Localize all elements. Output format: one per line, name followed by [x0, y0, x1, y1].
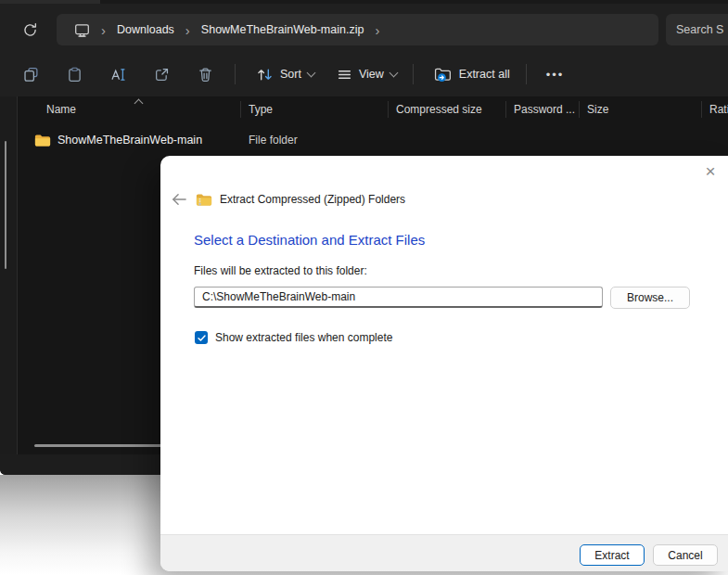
show-files-checkbox[interactable]	[195, 331, 208, 344]
screen: { "icons": { "close": "×", "crumb_chevro…	[0, 0, 728, 575]
toolbar-separator	[413, 64, 414, 84]
column-headers: Name Type Compressed size Password ... S…	[18, 96, 728, 122]
rename-button[interactable]	[104, 60, 133, 89]
breadcrumb-zip-file[interactable]: ShowMeTheBrainWeb-main.zip	[201, 23, 364, 36]
column-label: Compressed size	[396, 103, 482, 116]
share-button[interactable]	[147, 60, 176, 89]
browse-label: Browse...	[627, 291, 673, 304]
column-header-password[interactable]: Password ...	[506, 96, 580, 122]
nav-scrollbar[interactable]	[5, 141, 6, 269]
file-name: ShowMeTheBrainWeb-main	[57, 134, 202, 147]
column-label: Type	[249, 103, 273, 116]
command-bar: Sort View Extract all •••	[0, 52, 728, 96]
extract-label: Extract	[594, 549, 629, 562]
rename-icon	[110, 67, 126, 83]
extract-all-label: Extract all	[459, 68, 510, 81]
navigation-pane-edge	[0, 96, 18, 454]
column-header-compressed-size[interactable]: Compressed size	[389, 96, 506, 122]
column-label: Ratio	[709, 103, 728, 116]
file-type: File folder	[249, 134, 298, 147]
column-label: Password ...	[514, 103, 575, 116]
dialog-title: Extract Compressed (Zipped) Folders	[220, 193, 405, 206]
address-bar-row: › Downloads › ShowMeTheBrainWeb-main.zip…	[0, 4, 728, 52]
search-box[interactable]: Search S	[666, 14, 728, 45]
address-bar[interactable]: › Downloads › ShowMeTheBrainWeb-main.zip…	[57, 14, 658, 45]
delete-button[interactable]	[191, 60, 220, 89]
zipped-folder-icon	[196, 193, 212, 207]
chevron-down-icon	[306, 68, 315, 77]
sort-button[interactable]: Sort	[249, 59, 321, 89]
view-icon	[337, 67, 352, 83]
dialog-header: Extract Compressed (Zipped) Folders	[168, 187, 405, 211]
sort-icon	[256, 67, 274, 83]
breadcrumb-chevron-icon[interactable]: ›	[364, 23, 390, 37]
folder-icon	[34, 134, 51, 147]
view-label: View	[359, 68, 384, 81]
toolbar-separator	[235, 64, 236, 84]
checkmark-icon	[197, 333, 207, 343]
show-files-option: Show extracted files when complete	[195, 331, 392, 344]
extract-all-button[interactable]: Extract all	[428, 59, 517, 89]
copy-button[interactable]	[17, 60, 45, 89]
delete-icon	[198, 67, 213, 83]
destination-path-input[interactable]	[194, 287, 603, 308]
extract-button[interactable]: Extract	[580, 544, 645, 566]
more-options-button[interactable]: •••	[546, 68, 565, 82]
dialog-footer: Extract Cancel	[160, 534, 728, 571]
table-row[interactable]: ShowMeTheBrainWeb-main File folder	[18, 126, 728, 154]
cancel-label: Cancel	[668, 549, 702, 562]
column-header-type[interactable]: Type	[241, 96, 389, 122]
breadcrumb-downloads[interactable]: Downloads	[117, 23, 174, 36]
column-header-name[interactable]: Name	[18, 96, 241, 122]
dialog-heading: Select a Destination and Extract Files	[194, 232, 425, 248]
column-header-size[interactable]: Size	[580, 96, 702, 122]
show-files-label: Show extracted files when complete	[215, 331, 392, 344]
search-text: Search S	[666, 23, 723, 36]
refresh-button[interactable]	[19, 19, 40, 40]
column-label: Name	[46, 103, 76, 116]
breadcrumb-chevron-icon[interactable]: ›	[90, 23, 117, 37]
paste-icon	[67, 67, 83, 83]
column-label: Size	[587, 103, 608, 116]
paste-button[interactable]	[60, 60, 89, 89]
extract-dialog: × Extract Compressed (Zipped) Folders Se…	[160, 156, 728, 571]
refresh-icon	[22, 22, 38, 38]
column-header-ratio[interactable]: Ratio	[702, 96, 728, 122]
close-button[interactable]: ×	[696, 159, 724, 185]
browse-button[interactable]: Browse...	[610, 287, 690, 309]
breadcrumb-chevron-icon[interactable]: ›	[174, 23, 201, 37]
back-button[interactable]	[168, 188, 190, 211]
copy-icon	[23, 67, 39, 83]
this-pc-icon[interactable]	[74, 22, 90, 38]
close-icon: ×	[705, 161, 715, 182]
toolbar-separator	[526, 64, 527, 84]
view-button[interactable]: View	[330, 59, 403, 89]
back-arrow-icon	[172, 193, 187, 206]
sort-label: Sort	[280, 68, 301, 81]
destination-label: Files will be extracted to this folder:	[194, 264, 367, 277]
chevron-down-icon	[389, 68, 398, 77]
cancel-button[interactable]: Cancel	[653, 544, 718, 566]
share-icon	[154, 67, 170, 83]
extract-all-icon	[434, 67, 453, 83]
